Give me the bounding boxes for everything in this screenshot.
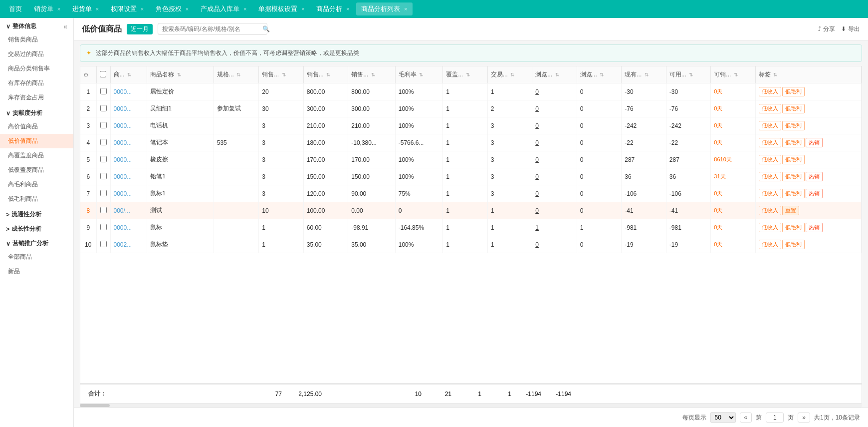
cell-transactions: 1 — [487, 83, 532, 100]
close-analysis-list[interactable]: × — [404, 6, 407, 12]
sidebar-item-low-coverage[interactable]: 低覆盖度商品 — [0, 163, 73, 177]
collapse-button[interactable]: « — [63, 22, 67, 30]
nav-role-auth[interactable]: 角色授权 × — [151, 2, 194, 15]
row-checkbox[interactable] — [100, 224, 107, 230]
cell-views2: 0 — [577, 117, 622, 134]
close-template[interactable]: × — [301, 6, 304, 12]
col-tags[interactable]: 标签 ⇅ — [755, 66, 861, 83]
search-icon[interactable]: 🔍 — [262, 25, 270, 32]
page-suffix: 页 — [788, 414, 794, 422]
col-sales-amount[interactable]: 销售... ⇅ — [303, 66, 348, 83]
views1-link[interactable]: 0 — [535, 190, 539, 197]
nav-product-storage[interactable]: 产成品入库单 × — [196, 2, 251, 15]
cell-code: 0000... — [110, 100, 147, 117]
sidebar-item-high-value[interactable]: 高价值商品 — [0, 119, 73, 134]
nav-home[interactable]: 首页 — [4, 2, 27, 15]
views1-link[interactable]: 0 — [535, 173, 539, 180]
col-views2[interactable]: 浏览... ⇅ — [577, 66, 622, 83]
nav-purchase-order[interactable]: 进货单 × — [67, 2, 104, 15]
row-checkbox[interactable] — [100, 173, 107, 179]
row-checkbox[interactable] — [100, 122, 107, 128]
cell-sales-avg: 150.00 — [348, 168, 395, 185]
col-sales-avg[interactable]: 销售... ⇅ — [348, 66, 395, 83]
search-input[interactable] — [158, 23, 267, 35]
export-button[interactable]: ⬇ 导出 — [841, 25, 860, 33]
col-name[interactable]: 商品名称 ⇅ — [147, 66, 214, 83]
cell-views1: 0 — [532, 168, 577, 185]
views1-link[interactable]: 0 — [535, 122, 539, 129]
sidebar-group-marketing[interactable]: ∨ 营销推广分析 — [0, 235, 73, 250]
cell-row-no: 2 — [80, 100, 96, 117]
scrollbar-area[interactable] — [80, 404, 862, 408]
cell-code: 0000... — [110, 117, 147, 134]
close-permission[interactable]: × — [141, 6, 144, 12]
settings-icon[interactable]: ⚙ — [83, 71, 89, 78]
next-page-button[interactable]: » — [798, 413, 810, 423]
col-coverage[interactable]: 覆盖... ⇅ — [443, 66, 488, 83]
tag-badge: 低毛利 — [782, 223, 805, 232]
nav-template-settings[interactable]: 单据模板设置 × — [253, 2, 309, 15]
table-row: 20000...吴细细1参加复试30300.00300.00100%1200-7… — [80, 100, 862, 117]
per-page-select[interactable]: 50 100 200 — [710, 412, 736, 423]
col-stock[interactable]: 现有... ⇅ — [622, 66, 666, 83]
nav-permission-settings[interactable]: 权限设置 × — [106, 2, 149, 15]
close-purchase-order[interactable]: × — [96, 6, 99, 12]
sidebar-item-high-margin[interactable]: 高毛利商品 — [0, 177, 73, 192]
sidebar-item-all-goods[interactable]: 全部商品 — [0, 250, 73, 264]
sidebar-item-traded-goods[interactable]: 交易过的商品 — [0, 47, 73, 61]
row-checkbox[interactable] — [100, 88, 107, 94]
chevron-down-icon: ∨ — [6, 23, 10, 30]
col-spec[interactable]: 规格... ⇅ — [214, 66, 258, 83]
sidebar-item-stock-goods[interactable]: 有库存的商品 — [0, 76, 73, 90]
row-checkbox[interactable] — [100, 207, 107, 213]
col-sales-qty[interactable]: 销售... ⇅ — [259, 66, 304, 83]
views1-link[interactable]: 0 — [535, 241, 539, 248]
nav-goods-analysis[interactable]: 商品分析 × — [311, 2, 354, 15]
col-gross-margin[interactable]: 毛利率 ⇅ — [395, 66, 442, 83]
close-sales-order[interactable]: × — [57, 6, 60, 12]
row-checkbox[interactable] — [100, 156, 107, 162]
close-storage[interactable]: × — [243, 6, 246, 12]
cell-sales-amount: 210.00 — [303, 117, 348, 134]
views1-link[interactable]: 0 — [535, 207, 539, 214]
prev-page-button[interactable]: « — [740, 413, 752, 423]
col-settings[interactable]: ⚙ — [80, 66, 96, 83]
views1-link[interactable]: 0 — [535, 139, 539, 146]
sidebar-item-sales-goods[interactable]: 销售类商品 — [0, 32, 73, 47]
sidebar-item-high-coverage[interactable]: 高覆盖度商品 — [0, 148, 73, 163]
filter-tag[interactable]: 近一月 — [127, 24, 153, 34]
sidebar-item-stock-capital[interactable]: 库存资金占用 — [0, 90, 73, 105]
sidebar-group-overall[interactable]: ∨ 整体信息 « — [0, 18, 73, 32]
sidebar-item-low-value[interactable]: 低价值商品 — [0, 134, 73, 148]
cell-code: 0000... — [110, 83, 147, 100]
sidebar-item-new-goods[interactable]: 新品 — [0, 264, 73, 279]
col-transactions[interactable]: 交易... ⇅ — [487, 66, 532, 83]
col-code[interactable]: 商... ⇅ — [110, 66, 147, 83]
row-checkbox[interactable] — [100, 105, 107, 111]
close-analysis[interactable]: × — [346, 6, 349, 12]
page-number-input[interactable] — [766, 413, 784, 423]
sidebar-group-circulation[interactable]: > 流通性分析 — [0, 206, 73, 221]
views1-link[interactable]: 1 — [535, 224, 539, 231]
views1-link[interactable]: 0 — [535, 156, 539, 163]
cell-code: 0002... — [110, 236, 147, 253]
sidebar-group-contribution[interactable]: ∨ 贡献度分析 — [0, 105, 73, 119]
col-views1[interactable]: 浏览... ⇅ — [532, 66, 577, 83]
sidebar-item-low-margin[interactable]: 低毛利商品 — [0, 192, 73, 206]
scrollbar-thumb[interactable] — [80, 404, 110, 407]
col-available[interactable]: 可用... ⇅ — [666, 66, 711, 83]
views1-link[interactable]: 0 — [535, 105, 539, 112]
row-checkbox[interactable] — [100, 190, 107, 196]
row-checkbox[interactable] — [100, 139, 107, 145]
select-all-checkbox[interactable] — [100, 71, 106, 77]
close-role[interactable]: × — [186, 6, 189, 12]
views1-link[interactable]: 0 — [535, 88, 539, 95]
share-button[interactable]: ⤴ 分享 — [818, 25, 835, 33]
col-sellable[interactable]: 可销... ⇅ — [711, 66, 756, 83]
sidebar-item-category-sales[interactable]: 商品分类销售率 — [0, 61, 73, 76]
row-checkbox[interactable] — [100, 241, 107, 247]
sidebar-group-growth[interactable]: > 成长性分析 — [0, 221, 73, 235]
cell-tags: 低收入重置 — [755, 202, 861, 219]
nav-goods-analysis-list[interactable]: 商品分析列表 × — [356, 2, 412, 15]
nav-sales-order[interactable]: 销货单 × — [29, 2, 65, 15]
